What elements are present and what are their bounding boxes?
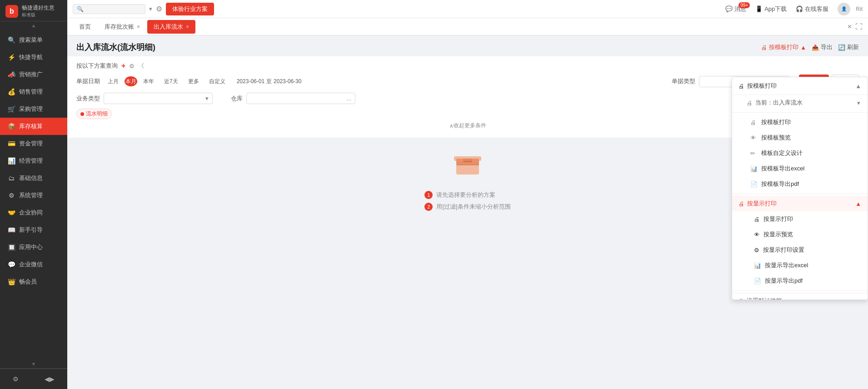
dropdown-current-item[interactable]: 🖨 当前：出入库流水 ▾ — [732, 95, 868, 110]
dropdown-display-export-excel[interactable]: 📊 按显示导出excel — [732, 258, 868, 273]
dropdown-title-label: 按模板打印 — [747, 82, 777, 90]
template-excel-icon: 📊 — [750, 165, 758, 172]
topbar-gear-icon[interactable]: ⚙ — [156, 5, 162, 13]
sidebar-settings-btn[interactable]: ⚙ — [9, 374, 22, 384]
date-btn-current-month[interactable]: 本月 — [125, 76, 137, 86]
member-icon: 👑 — [7, 278, 15, 285]
dropdown-up-arrow[interactable]: ▲ — [855, 83, 861, 90]
current-arrow: ▾ — [857, 100, 860, 106]
dropdown-display-preview[interactable]: 👁 按显示预览 — [732, 227, 868, 242]
tab-batch-close[interactable]: × — [137, 24, 140, 30]
display-excel-label: 按显示导出excel — [765, 261, 808, 269]
sidebar-item-wechat[interactable]: 💬 企业微信 — [0, 256, 67, 273]
step-2: 2 用[过滤]条件来缩小分析范围 — [424, 201, 510, 213]
topbar-chevron[interactable]: ▾ — [149, 5, 152, 12]
export-icon: 📤 — [812, 44, 819, 51]
sidebar-item-operations[interactable]: 📊 经营管理 — [0, 152, 67, 170]
filter-settings-icon[interactable]: ⚙ — [129, 63, 135, 70]
topbar-message[interactable]: 💬 消息 99+ — [725, 5, 746, 13]
sidebar-item-member[interactable]: 👑 畅会员 — [0, 273, 67, 290]
sidebar-item-collab[interactable]: 🤝 企业协同 — [0, 204, 67, 221]
date-btn-custom[interactable]: 自定义 — [205, 76, 229, 87]
sidebar-item-quicknav[interactable]: ⚡ 快捷导航 — [0, 49, 67, 66]
refresh-btn[interactable]: 🔄 刷新 — [838, 43, 859, 51]
biz-type-select[interactable]: ▾ — [104, 93, 213, 104]
page-title: 出入库流水(流水明细) — [76, 42, 155, 53]
current-label: 当前：出入库流水 — [755, 99, 803, 107]
date-btn-more[interactable]: 更多 — [184, 76, 203, 87]
filter-date-group: 单据日期 上月 本月 本年 近7天 更多 自定义 2023-06-01 至 — [76, 76, 301, 87]
sidebar-item-purchase[interactable]: 🛒 采购管理 — [0, 100, 67, 118]
sidebar-item-basic[interactable]: 🗂 基础信息 — [0, 170, 67, 187]
dropdown-template-export-excel[interactable]: 📊 按模板导出excel — [732, 161, 868, 176]
sidebar-item-marketing[interactable]: 📣 营销推广 — [0, 66, 67, 83]
divider-3 — [732, 290, 868, 291]
sidebar-collapse-btn[interactable]: ◀▶ — [41, 374, 58, 384]
dropdown-display-print[interactable]: 🖨 按显示打印 — [732, 211, 868, 227]
sidebar-item-label: 库存核算 — [19, 122, 43, 130]
warehouse-more[interactable]: ... — [346, 95, 351, 102]
window-close-btn[interactable]: × — [848, 23, 852, 31]
marketing-icon: 📣 — [7, 71, 15, 78]
tab-batch-label: 库存批次账 — [105, 23, 134, 31]
user-avatar[interactable]: 👤 — [838, 3, 850, 15]
filter-collapse-icon[interactable]: 《 — [138, 62, 144, 70]
dropdown-template-export-pdf[interactable]: 📄 按模板导出pdf — [732, 176, 868, 192]
display-preview-icon: 👁 — [754, 231, 760, 238]
empty-state-icon — [449, 147, 486, 184]
tab-home[interactable]: 首页 — [73, 20, 97, 34]
sidebar-item-inventory[interactable]: 📦 库存核算 — [0, 118, 67, 135]
topbar: 🔍 ▾ ⚙ 体验行业方案 💬 消息 99+ 📱 App下载 🎧 在线客服 👤 — [67, 0, 868, 18]
dropdown-display-export-pdf[interactable]: 📄 按显示导出pdf — [732, 273, 868, 289]
purchase-icon: 🛒 — [7, 105, 15, 113]
search-nav-icon: 🔍 — [7, 36, 15, 44]
warehouse-select[interactable]: ... — [246, 93, 355, 104]
filter-add-btn[interactable]: + — [121, 62, 125, 70]
username-label: Rit — [856, 6, 863, 12]
print-template-btn[interactable]: 🖨 按模板打印 ▲ — [761, 43, 806, 51]
topbar-search[interactable]: 🔍 — [73, 4, 145, 14]
dropdown-template-print[interactable]: 🖨 按模板打印 — [732, 115, 868, 130]
date-btn-last7[interactable]: 近7天 — [160, 76, 182, 87]
sidebar-item-search[interactable]: 🔍 搜索菜单 — [0, 31, 67, 49]
date-btn-last-month[interactable]: 上月 — [104, 76, 123, 87]
dropdown-panel: 🖨 按模板打印 ▲ 🖨 当前：出入库流水 ▾ — [732, 77, 868, 300]
topbar-online-service[interactable]: 🎧 在线客服 — [796, 5, 828, 13]
sidebar-item-finance[interactable]: 💳 资金管理 — [0, 135, 67, 152]
display-print-group[interactable]: 🖨 按显示打印 ▲ — [732, 196, 868, 211]
display-group-arrow: ▲ — [855, 200, 861, 207]
date-buttons: 上月 本月 本年 近7天 更多 自定义 — [104, 76, 229, 87]
export-btn[interactable]: 📤 导出 — [812, 43, 833, 51]
appcenter-icon: 🔲 — [7, 244, 15, 251]
tab-flow-close[interactable]: × — [186, 24, 189, 30]
window-max-btn[interactable]: ⛶ — [855, 23, 863, 31]
sidebar: b 畅捷通好生意 标准版 ▲ 🔍 搜索菜单 ⚡ 快捷导航 📣 营销推广 — [0, 0, 67, 389]
collab-icon: 🤝 — [7, 209, 15, 216]
dropdown-display-print-settings[interactable]: ⚙ 按显示打印设置 — [732, 242, 868, 258]
dropdown-template-preview[interactable]: 👁 按模板预览 — [732, 130, 868, 145]
refresh-icon: 🔄 — [838, 44, 845, 51]
sidebar-item-system[interactable]: ⚙ 系统管理 — [0, 187, 67, 204]
divider-1 — [732, 112, 868, 113]
app-name: 畅捷通好生意 — [22, 5, 55, 12]
sidebar-item-guide[interactable]: 📖 新手引导 — [0, 221, 67, 239]
date-btn-this-year[interactable]: 本年 — [139, 76, 158, 87]
dropdown-footer[interactable]: ⚙ 设置默认功能 ▾ — [732, 293, 868, 299]
topbar-app-download[interactable]: 📱 App下载 — [755, 5, 787, 13]
collapse-arrow: ∧ — [449, 123, 454, 129]
refresh-label: 刷新 — [847, 43, 859, 51]
sidebar-item-sales[interactable]: 💰 销售管理 — [0, 83, 67, 100]
display-group-title: 🖨 按显示打印 — [738, 199, 777, 208]
sidebar-item-label: 营销推广 — [19, 70, 43, 79]
dropdown-title: 🖨 按模板打印 — [738, 82, 777, 90]
dropdown-template-design[interactable]: ✏ 模板自定义设计 — [732, 145, 868, 161]
sidebar-item-label: 经营管理 — [19, 157, 43, 165]
sidebar-item-appcenter[interactable]: 🔲 应用中心 — [0, 239, 67, 256]
tab-flow[interactable]: 出入库流水 × — [147, 20, 195, 34]
main-content: 🔍 ▾ ⚙ 体验行业方案 💬 消息 99+ 📱 App下载 🎧 在线客服 👤 — [67, 0, 868, 389]
tab-batch[interactable]: 库存批次账 × — [98, 20, 146, 34]
template-preview-label: 按模板预览 — [761, 134, 791, 142]
trial-button[interactable]: 体验行业方案 — [166, 3, 214, 15]
template-design-icon: ✏ — [750, 150, 758, 157]
avatar-placeholder: 👤 — [841, 6, 847, 11]
